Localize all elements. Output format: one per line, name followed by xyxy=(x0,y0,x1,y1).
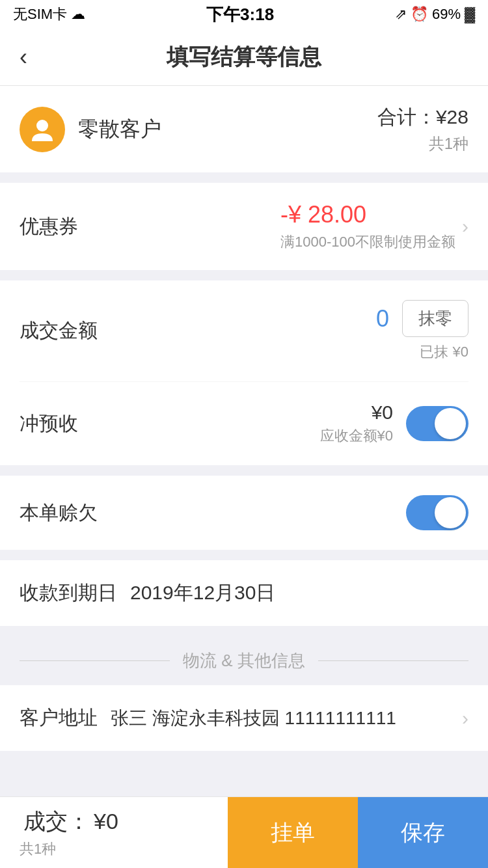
due-date-section: 收款到期日 2019年12月30日 xyxy=(0,560,488,626)
main-content: 零散客户 合计：¥28 共1种 优惠券 -¥ 28.00 满1000-100不限… xyxy=(0,86,488,868)
status-left: 无SIM卡 ☁ xyxy=(13,5,85,24)
customer-name: 零散客户 xyxy=(78,115,161,144)
coupon-info: -¥ 28.00 满1000-100不限制使用金额 xyxy=(280,201,455,252)
back-button[interactable]: ‹ xyxy=(20,44,27,71)
divider-line-left xyxy=(20,660,170,661)
toggle-knob xyxy=(435,408,466,439)
transaction-amount-row: 成交金额 0 抹零 已抹 ¥0 xyxy=(20,280,468,382)
advance-toggle[interactable] xyxy=(406,406,468,441)
debt-toggle-knob xyxy=(435,497,466,528)
debt-label: 本单赊欠 xyxy=(20,500,98,526)
address-label: 客户地址 xyxy=(20,705,98,731)
round-button[interactable]: 抹零 xyxy=(402,300,468,337)
customer-total: 合计：¥28 共1种 xyxy=(377,104,468,154)
address-value: 张三 海淀永丰科技园 11111111111 xyxy=(111,706,462,731)
status-right: ⇗ ⏰ 69% ▓ xyxy=(395,6,475,23)
total-amount: 合计：¥28 xyxy=(377,104,468,131)
bottom-bar: 成交：¥0 共1种 挂单 保存 xyxy=(0,796,488,868)
coupon-amount: -¥ 28.00 xyxy=(280,201,455,228)
customer-section: 零散客户 合计：¥28 共1种 xyxy=(0,86,488,172)
total-count: 共1种 xyxy=(377,133,468,154)
chevron-right-icon: › xyxy=(462,215,468,237)
debt-toggle[interactable] xyxy=(406,495,468,530)
transaction-value[interactable]: 0 xyxy=(376,305,389,332)
advance-desc: 应收金额¥0 xyxy=(320,426,393,446)
coupon-right: -¥ 28.00 满1000-100不限制使用金额 › xyxy=(280,201,468,252)
logistics-divider: 物流 & 其他信息 xyxy=(0,636,488,685)
battery-icon: ▓ xyxy=(465,6,475,23)
bottom-deal: 成交：¥0 xyxy=(20,807,208,837)
logistics-label: 物流 & 其他信息 xyxy=(183,649,305,672)
status-time: 下午3:18 xyxy=(206,3,274,26)
due-date-row: 收款到期日 2019年12月30日 xyxy=(20,580,468,606)
address-section[interactable]: 客户地址 张三 海淀永丰科技园 11111111111 › xyxy=(0,685,488,751)
no-sim-text: 无SIM卡 ☁ xyxy=(13,5,85,24)
transaction-section: 成交金额 0 抹零 已抹 ¥0 冲预收 ¥0 应收金额¥0 xyxy=(0,280,488,465)
advance-col: ¥0 应收金额¥0 xyxy=(320,401,393,446)
avatar xyxy=(20,107,65,152)
advance-payment-row: 冲预收 ¥0 应收金额¥0 xyxy=(20,382,468,465)
transaction-label: 成交金额 xyxy=(20,318,98,344)
svg-point-0 xyxy=(36,120,48,131)
transaction-right: 0 抹零 已抹 ¥0 xyxy=(376,300,468,362)
location-icon: ⇗ xyxy=(395,6,407,23)
coupon-label: 优惠券 xyxy=(20,213,78,240)
user-icon xyxy=(29,116,55,142)
address-chevron-icon: › xyxy=(462,707,468,729)
transaction-row-right: 0 抹零 xyxy=(376,300,468,337)
alarm-icon: ⏰ xyxy=(411,6,428,23)
divider-line-right xyxy=(318,660,468,661)
deal-label: 成交： xyxy=(23,809,90,834)
customer-info: 零散客户 xyxy=(20,107,161,152)
debt-section: 本单赊欠 xyxy=(0,476,488,550)
advance-amount: ¥0 xyxy=(320,401,393,424)
save-button[interactable]: 保存 xyxy=(358,797,488,869)
coupon-section[interactable]: 优惠券 -¥ 28.00 满1000-100不限制使用金额 › xyxy=(0,183,488,270)
due-date-label: 收款到期日 xyxy=(20,580,117,606)
coupon-desc: 满1000-100不限制使用金额 xyxy=(280,232,455,252)
hold-button[interactable]: 挂单 xyxy=(228,797,358,869)
nav-bar: ‹ 填写结算等信息 xyxy=(0,29,488,86)
advance-right: ¥0 应收金额¥0 xyxy=(320,401,468,446)
bottom-summary: 成交：¥0 共1种 xyxy=(0,807,228,859)
battery-text: 69% xyxy=(432,6,461,23)
due-date-value: 2019年12月30日 xyxy=(130,580,275,606)
advance-label: 冲预收 xyxy=(20,411,78,437)
status-bar: 无SIM卡 ☁ 下午3:18 ⇗ ⏰ 69% ▓ xyxy=(0,0,488,29)
already-rounded: 已抹 ¥0 xyxy=(376,342,468,362)
page-title: 填写结算等信息 xyxy=(167,42,321,72)
deal-amount: ¥0 xyxy=(94,809,118,834)
bottom-count: 共1种 xyxy=(20,839,208,859)
